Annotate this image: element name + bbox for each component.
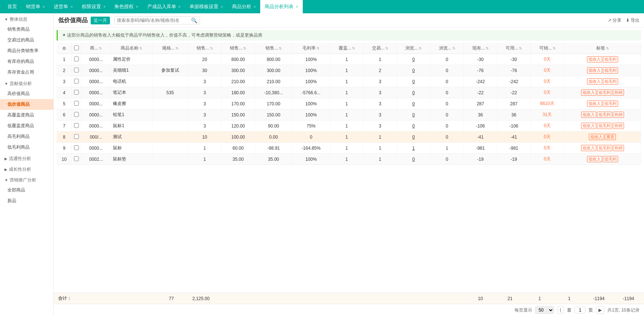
sidebar-item-new-products[interactable]: 新品: [0, 196, 53, 206]
cell-checkbox[interactable]: [72, 65, 81, 76]
sidebar-item-high-coverage[interactable]: 高覆盖度商品: [0, 110, 53, 120]
row-checkbox[interactable]: [74, 79, 79, 84]
cell-browse1[interactable]: 0: [397, 65, 430, 76]
close-icon[interactable]: ×: [136, 0, 138, 13]
current-page-input[interactable]: [574, 307, 586, 313]
sidebar-item-traded-products[interactable]: 交易过的商品: [0, 35, 53, 45]
browse-link[interactable]: 0: [412, 101, 415, 106]
browse-link[interactable]: 0: [412, 57, 415, 62]
sidebar-item-sales-products[interactable]: 销售类商品: [0, 24, 53, 35]
browse-link[interactable]: 0: [412, 135, 415, 140]
row-checkbox[interactable]: [74, 68, 79, 72]
column-transaction[interactable]: 交易...⇅: [363, 43, 397, 54]
close-icon[interactable]: ×: [103, 0, 105, 13]
sidebar-item-all-products[interactable]: 全部商品: [0, 185, 53, 196]
column-checkbox[interactable]: [72, 43, 81, 54]
nav-product-warehousing[interactable]: 产成品入库单 ×: [143, 0, 185, 13]
cell-browse1[interactable]: 0: [397, 154, 430, 165]
column-spec[interactable]: 规格...⇅: [152, 43, 188, 54]
cell-browse1[interactable]: 0: [397, 87, 430, 98]
cell-checkbox[interactable]: [72, 154, 81, 165]
search-icon[interactable]: 🔍: [191, 17, 197, 23]
cell-browse1[interactable]: 0: [397, 98, 430, 109]
sidebar-item-low-margin[interactable]: 低毛利商品: [0, 142, 53, 153]
cell-checkbox[interactable]: [72, 109, 81, 120]
next-page-button[interactable]: ▶: [596, 306, 604, 314]
column-tags[interactable]: 标签⇅: [564, 43, 641, 54]
column-setting[interactable]: ⚙: [57, 43, 72, 54]
cell-checkbox[interactable]: [72, 76, 81, 87]
export-button[interactable]: ⬇ 导出: [626, 17, 640, 24]
browse-link[interactable]: 0: [412, 79, 415, 84]
row-checkbox[interactable]: [74, 145, 79, 150]
nav-sales-order[interactable]: 销货单 ×: [21, 0, 49, 13]
search-input[interactable]: [117, 18, 191, 23]
sidebar-item-stocked-products[interactable]: 有库存的商品: [0, 56, 53, 67]
row-checkbox[interactable]: [74, 112, 79, 117]
column-browse2[interactable]: 浏览...⇅: [430, 43, 463, 54]
row-checkbox[interactable]: [74, 101, 79, 106]
date-filter-button[interactable]: 近一月: [91, 17, 110, 24]
column-coverage[interactable]: 覆盖...⇅: [330, 43, 363, 54]
cell-checkbox[interactable]: [72, 132, 81, 143]
browse-link[interactable]: 1: [412, 146, 415, 151]
cell-browse2: 0: [430, 65, 463, 76]
column-current-stock[interactable]: 现有...⇅: [464, 43, 497, 54]
cell-browse1[interactable]: 0: [397, 54, 430, 65]
nav-purchase-order[interactable]: 进货单 ×: [49, 0, 77, 13]
close-icon[interactable]: ×: [178, 0, 181, 13]
column-browse1[interactable]: 浏览...⇅: [397, 43, 430, 54]
close-icon[interactable]: ×: [43, 0, 45, 13]
column-sale-price[interactable]: 销售...⇅: [255, 43, 292, 54]
column-saleable[interactable]: 可销...⇅: [530, 43, 564, 54]
cell-checkbox[interactable]: [72, 98, 81, 109]
row-checkbox[interactable]: [74, 134, 79, 139]
row-checkbox[interactable]: [74, 156, 79, 161]
sidebar-group-growth[interactable]: ▶ 成长性分析: [0, 163, 53, 174]
nav-template-settings[interactable]: 单据模板设置 ×: [185, 0, 227, 13]
cell-browse1[interactable]: 0: [397, 132, 430, 143]
row-checkbox[interactable]: [74, 123, 79, 128]
nav-product-analysis[interactable]: 商品分析 ×: [228, 0, 260, 13]
sidebar-item-category-sales-rate[interactable]: 商品分类销售率: [0, 45, 53, 56]
sidebar-item-low-coverage[interactable]: 低覆盖度商品: [0, 120, 53, 131]
column-available[interactable]: 可用...⇅: [497, 43, 530, 54]
column-code[interactable]: 商...⇅: [81, 43, 111, 54]
close-icon[interactable]: ×: [254, 0, 256, 13]
select-all-checkbox[interactable]: [74, 45, 79, 50]
sidebar-item-low-value[interactable]: 低价值商品: [0, 99, 53, 110]
nav-permission-settings[interactable]: 权限设置 ×: [77, 0, 110, 13]
cell-checkbox[interactable]: [72, 54, 81, 65]
row-checkbox[interactable]: [74, 90, 79, 95]
close-icon[interactable]: ×: [296, 0, 298, 13]
nav-home[interactable]: 首页: [3, 0, 21, 13]
cell-browse1[interactable]: 0: [397, 120, 430, 132]
nav-product-analysis-list[interactable]: 商品分析列表 ×: [260, 0, 302, 13]
browse-link[interactable]: 0: [412, 90, 415, 95]
sidebar-item-stock-capital[interactable]: 库存资金占用: [0, 67, 53, 78]
column-sale-amt[interactable]: 销售...⇅: [221, 43, 255, 54]
column-name[interactable]: 商品名称⇅: [111, 43, 152, 54]
browse-link[interactable]: 0: [412, 112, 415, 118]
cell-browse1[interactable]: 1: [397, 143, 430, 154]
page-size-select[interactable]: 50 100: [535, 306, 554, 314]
cell-checkbox[interactable]: [72, 120, 81, 132]
cell-checkbox[interactable]: [72, 87, 81, 98]
column-sale-qty[interactable]: 销售...⇅: [188, 43, 221, 54]
browse-link[interactable]: 0: [412, 157, 415, 162]
browse-link[interactable]: 0: [412, 123, 415, 129]
cell-browse1[interactable]: 0: [397, 109, 430, 120]
sidebar-item-high-margin[interactable]: 高毛利商品: [0, 131, 53, 142]
close-icon[interactable]: ×: [70, 0, 73, 13]
row-checkbox[interactable]: [74, 57, 79, 61]
share-button[interactable]: ↗ 分享: [608, 17, 621, 24]
column-gross-margin[interactable]: 毛利率⇅: [292, 43, 330, 54]
cell-checkbox[interactable]: [72, 143, 81, 154]
cell-browse1[interactable]: 0: [397, 76, 430, 87]
close-icon[interactable]: ×: [221, 0, 223, 13]
sidebar-group-circulation[interactable]: ▶ 流通性分析: [0, 153, 53, 163]
sidebar-item-high-value[interactable]: 高价值商品: [0, 88, 53, 99]
browse-link[interactable]: 0: [412, 68, 415, 73]
first-page-button[interactable]: ⟨: [557, 306, 564, 314]
nav-role-auth[interactable]: 角色授权 ×: [110, 0, 142, 13]
